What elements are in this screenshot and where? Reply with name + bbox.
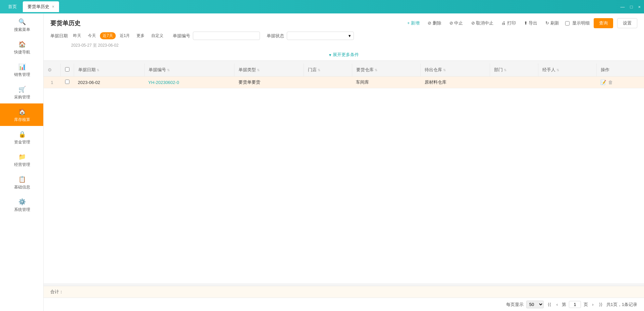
date-btn-more[interactable]: 更多 xyxy=(134,32,147,39)
content-area: 要货单历史 + 新增 ⊘ 删除 ⊘ 中止 ⊘ 取消中止 🖨 打印 ⬆ 导出 ↻ … xyxy=(44,13,644,311)
sort-doc-date-icon[interactable]: ⇅ xyxy=(97,68,99,72)
tab-requisition-history[interactable]: 要货单历史 × xyxy=(23,1,59,12)
row-edit-btn[interactable]: 📝 xyxy=(600,80,606,85)
page-suffix: 页 xyxy=(584,302,588,308)
row-checkbox-cell[interactable] xyxy=(60,77,74,88)
row-doc-date: 2023-06-02 xyxy=(74,77,144,88)
date-btn-yesterday[interactable]: 昨天 xyxy=(70,32,84,39)
query-button[interactable]: 查询 xyxy=(594,18,613,28)
row-handler xyxy=(538,77,596,88)
status-select-arrow: ▾ xyxy=(348,33,351,38)
expand-more-btn[interactable]: ▾ 展开更多条件 xyxy=(50,50,637,60)
tab-home-label: 首页 xyxy=(8,4,17,10)
row-actions: 📝 🗑 xyxy=(596,77,644,88)
sidebar-item-basic-info[interactable]: 📋 基础信息 xyxy=(0,171,43,193)
sort-department-icon[interactable]: ⇅ xyxy=(504,68,506,72)
window-close[interactable]: × xyxy=(638,4,641,9)
sort-doc-type-icon[interactable]: ⇅ xyxy=(257,68,260,72)
th-settings[interactable]: ⚙ xyxy=(44,63,60,77)
th-store: 门店⇅ xyxy=(304,63,352,77)
ops-mgmt-icon: 📁 xyxy=(18,153,26,161)
tab-bar: 首页 要货单历史 × xyxy=(3,1,621,12)
sidebar-item-inventory-calc[interactable]: 🏠 库存核算 xyxy=(0,103,43,126)
sidebar-item-basic-info-label: 基础信息 xyxy=(14,184,30,190)
toolbar: + 新增 ⊘ 删除 ⊘ 中止 ⊘ 取消中止 🖨 打印 ⬆ 导出 ↻ 刷新 显示明… xyxy=(405,18,637,28)
stop-button[interactable]: ⊘ 中止 xyxy=(447,19,465,28)
next-page-btn[interactable]: › xyxy=(591,301,595,308)
inventory-calc-icon: 🏠 xyxy=(18,108,26,116)
sidebar-item-purchase-mgmt[interactable]: 🛒 采购管理 xyxy=(0,81,43,103)
th-doc-no-label: 单据编号 xyxy=(149,67,166,73)
display-detail-toggle[interactable]: 显示明细 xyxy=(565,20,590,26)
cancel-stop-button[interactable]: ⊘ 取消中止 xyxy=(469,19,496,28)
sort-handler-icon[interactable]: ⇅ xyxy=(556,68,559,72)
quick-nav-icon: 🏠 xyxy=(18,41,26,48)
th-pending-warehouse-label: 待出仓库 xyxy=(425,67,442,73)
sidebar-item-ops-mgmt-label: 经营管理 xyxy=(14,162,30,168)
date-btn-today[interactable]: 今天 xyxy=(85,32,99,39)
th-store-label: 门店 xyxy=(308,67,317,73)
status-filter-group: 单据状态 ▾ xyxy=(267,32,354,40)
sidebar-item-quick-nav[interactable]: 🏠 快捷导航 xyxy=(0,36,43,58)
tab-home[interactable]: 首页 xyxy=(3,1,21,12)
refresh-button[interactable]: ↻ 刷新 xyxy=(543,19,561,28)
page-input[interactable] xyxy=(569,301,581,308)
sidebar-item-inventory-calc-label: 库存核算 xyxy=(14,117,30,123)
finance-mgmt-icon: 🔒 xyxy=(18,131,26,138)
delete-button[interactable]: ⊘ 删除 xyxy=(426,19,443,28)
total-info: 共1页，1条记录 xyxy=(606,302,637,308)
tab-close-icon[interactable]: × xyxy=(52,4,54,9)
row-delete-btn[interactable]: 🗑 xyxy=(608,80,613,85)
expand-label: 展开更多条件 xyxy=(333,52,359,58)
sort-req-warehouse-icon[interactable]: ⇅ xyxy=(375,68,377,72)
last-page-btn[interactable]: ⟩⟩ xyxy=(598,301,604,308)
row-pending-warehouse: 原材料仓库 xyxy=(421,77,490,88)
row-req-warehouse: 车间库 xyxy=(352,77,420,88)
th-req-warehouse: 要货仓库⇅ xyxy=(352,63,420,77)
page-size-select[interactable]: 10 20 50 100 xyxy=(526,301,544,308)
table-settings-icon[interactable]: ⚙ xyxy=(48,67,52,73)
status-filter-label: 单据状态 xyxy=(267,33,284,39)
sidebar-item-search-menu[interactable]: 🔍 搜索菜单 xyxy=(0,13,43,36)
sort-pending-warehouse-icon[interactable]: ⇅ xyxy=(443,68,446,72)
row-department xyxy=(490,77,538,88)
pagination: 每页显示 10 20 50 100 ⟨⟨ ‹ 第 页 › ⟩⟩ 共1页，1条记录 xyxy=(44,298,644,311)
status-select[interactable]: ▾ xyxy=(287,32,354,40)
date-btn-custom[interactable]: 自定义 xyxy=(149,32,166,39)
export-button[interactable]: ⬆ 导出 xyxy=(522,19,540,28)
settings-button[interactable]: 设置 xyxy=(617,18,637,28)
sidebar-item-quick-nav-label: 快捷导航 xyxy=(14,49,30,55)
row-checkbox[interactable] xyxy=(65,80,69,84)
prev-page-btn[interactable]: ‹ xyxy=(555,301,559,308)
th-doc-date-label: 单据日期 xyxy=(78,67,96,73)
row-doc-no[interactable]: YH-20230602-0 xyxy=(144,77,234,88)
th-doc-date: 单据日期⇅ xyxy=(74,63,144,77)
window-controls: — □ × xyxy=(621,4,641,9)
date-btn-7days[interactable]: 近7天 xyxy=(100,32,116,39)
sidebar-item-system-mgmt-label: 系统管理 xyxy=(14,207,30,213)
docno-filter-group: 单据编号 xyxy=(173,32,260,40)
window-minimize[interactable]: — xyxy=(621,4,625,9)
tab-requisition-history-label: 要货单历史 xyxy=(28,4,49,10)
date-btn-1month[interactable]: 近1月 xyxy=(117,32,133,39)
window-maximize[interactable]: □ xyxy=(630,4,633,9)
purchase-mgmt-icon: 🛒 xyxy=(18,86,26,93)
docno-filter-label: 单据编号 xyxy=(173,33,190,39)
basic-info-icon: 📋 xyxy=(18,176,26,183)
sidebar-item-ops-mgmt[interactable]: 📁 经营管理 xyxy=(0,148,43,171)
docno-input[interactable] xyxy=(193,32,260,40)
sort-doc-no-icon[interactable]: ⇅ xyxy=(167,68,170,72)
sidebar-item-finance-mgmt[interactable]: 🔒 资金管理 xyxy=(0,126,43,148)
sidebar-item-system-mgmt[interactable]: ⚙️ 系统管理 xyxy=(0,193,43,216)
sort-store-icon[interactable]: ⇅ xyxy=(318,68,320,72)
display-detail-checkbox[interactable] xyxy=(565,21,570,26)
print-button[interactable]: 🖨 打印 xyxy=(499,19,518,28)
page-label: 第 xyxy=(562,302,566,308)
sidebar-item-sales-mgmt[interactable]: 📊 销售管理 xyxy=(0,58,43,81)
add-button[interactable]: + 新增 xyxy=(405,19,422,28)
th-department: 部门⇅ xyxy=(490,63,538,77)
first-page-btn[interactable]: ⟨⟨ xyxy=(546,301,552,308)
select-all-checkbox[interactable] xyxy=(65,67,69,72)
doc-no-link[interactable]: YH-20230602-0 xyxy=(148,80,179,85)
search-menu-icon: 🔍 xyxy=(18,18,26,26)
